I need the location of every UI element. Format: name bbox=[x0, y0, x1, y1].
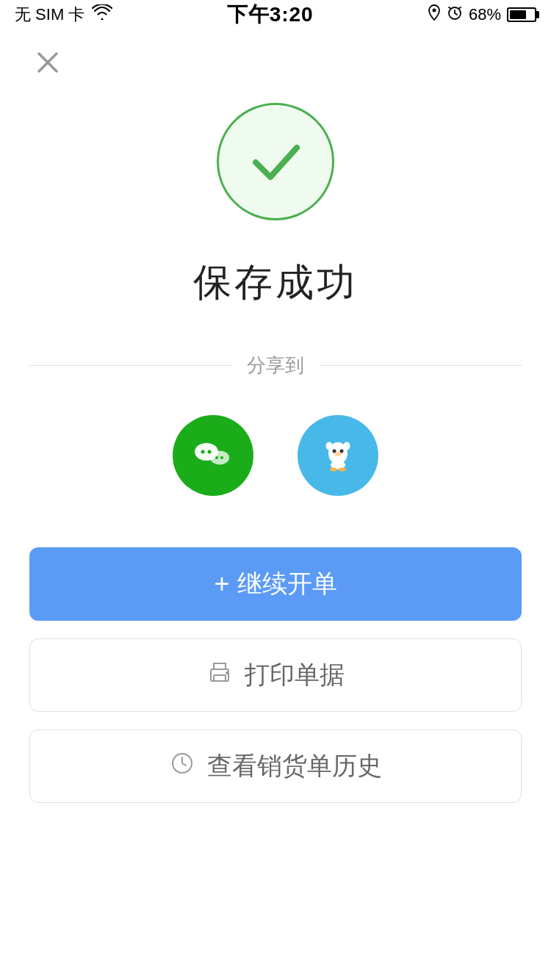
svg-point-7 bbox=[210, 451, 229, 465]
location-icon bbox=[428, 4, 441, 25]
svg-point-8 bbox=[215, 456, 218, 459]
history-button[interactable]: 查看销货单历史 bbox=[29, 729, 522, 803]
status-time: 下午3:20 bbox=[227, 1, 314, 29]
print-label: 打印单据 bbox=[245, 658, 345, 692]
continue-plus-icon: + bbox=[214, 569, 229, 599]
qq-share-button[interactable] bbox=[298, 415, 378, 496]
svg-point-15 bbox=[326, 442, 333, 450]
continue-button[interactable]: + 继续开单 bbox=[29, 547, 522, 621]
divider-right bbox=[319, 365, 522, 366]
status-right: 68% bbox=[428, 4, 536, 25]
continue-label: 继续开单 bbox=[237, 567, 337, 601]
alarm-icon bbox=[447, 4, 463, 25]
battery-percentage: 68% bbox=[469, 5, 501, 24]
svg-point-18 bbox=[339, 468, 346, 472]
success-icon-circle bbox=[217, 103, 334, 220]
status-bar: 无 SIM 卡 下午3:20 68% bbox=[0, 0, 551, 29]
wifi-icon bbox=[92, 4, 112, 25]
print-button[interactable]: 打印单据 bbox=[29, 638, 522, 712]
divider-left bbox=[29, 365, 232, 366]
svg-point-16 bbox=[344, 442, 350, 450]
svg-point-6 bbox=[208, 450, 212, 454]
action-buttons: + 继续开单 打印单据 查看销货单历史 bbox=[29, 547, 522, 803]
share-divider: 分享到 bbox=[29, 353, 522, 378]
main-content: 保存成功 分享到 bbox=[0, 29, 551, 803]
share-label: 分享到 bbox=[247, 353, 304, 378]
success-title: 保存成功 bbox=[193, 257, 358, 309]
history-label: 查看销货单历史 bbox=[207, 749, 382, 783]
no-sim-text: 无 SIM 卡 bbox=[15, 4, 84, 26]
close-icon bbox=[35, 49, 61, 76]
svg-point-0 bbox=[432, 9, 436, 12]
checkmark-icon bbox=[242, 129, 309, 195]
printer-icon bbox=[206, 659, 233, 691]
svg-point-5 bbox=[201, 450, 205, 454]
qq-icon bbox=[315, 433, 361, 478]
close-button[interactable] bbox=[29, 44, 66, 81]
status-left: 无 SIM 卡 bbox=[15, 4, 112, 26]
svg-rect-20 bbox=[214, 675, 226, 681]
share-icons-row bbox=[173, 415, 378, 496]
svg-point-9 bbox=[220, 456, 223, 459]
svg-point-21 bbox=[226, 671, 228, 674]
close-button-wrap bbox=[29, 29, 522, 103]
svg-point-17 bbox=[330, 468, 337, 472]
battery-icon bbox=[507, 7, 536, 22]
svg-point-14 bbox=[334, 452, 342, 456]
wechat-share-button[interactable] bbox=[173, 415, 253, 496]
clock-icon bbox=[169, 750, 195, 782]
wechat-icon bbox=[190, 433, 236, 478]
